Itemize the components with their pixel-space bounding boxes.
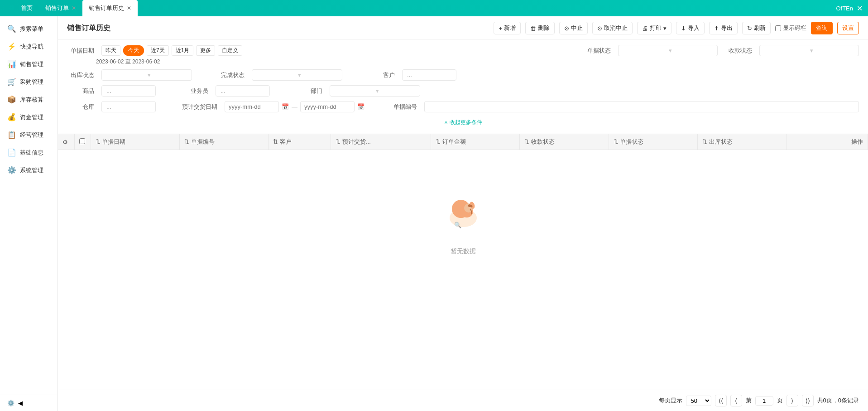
query-button[interactable]: 查询 — [811, 22, 833, 34]
sidebar-item-base-info[interactable]: 📄基础信息 — [0, 144, 58, 161]
col-order-status: ⇅ 单据状态 — [609, 134, 697, 150]
receipt-status-label: 收款状态 — [725, 47, 752, 55]
tab-sales-order-history[interactable]: 销售订单历史✕ — [82, 0, 138, 16]
select-all-checkbox[interactable] — [79, 138, 85, 144]
empty-state: 🔍 暂无数据 — [58, 150, 868, 292]
table-checkbox-col[interactable] — [74, 134, 91, 150]
sidebar-icon-base-info: 📄 — [7, 148, 16, 157]
tab-sales-order[interactable]: 销售订单✕ — [39, 0, 82, 16]
sidebar-items: 🔍搜索菜单⚡快捷导航📊销售管理🛒采购管理📦库存核算💰资金管理📋经营管理📄基础信息… — [0, 20, 58, 179]
warehouse-label: 仓库 — [67, 103, 94, 111]
close-window-icon[interactable]: ✕ — [857, 4, 863, 13]
col-order-status-label: ⇅ 单据状态 — [614, 138, 644, 145]
toolbar-btn-cancel-stop[interactable]: ⊙取消中止 — [592, 22, 633, 34]
svg-point-6 — [470, 205, 472, 208]
sidebar-bottom: ⚙️ ◀ — [0, 395, 58, 411]
settings-button[interactable]: 设置 — [837, 22, 859, 34]
sidebar-item-finance[interactable]: 💰资金管理 — [0, 108, 58, 126]
receipt-status-select[interactable]: ▾ — [759, 45, 859, 56]
sidebar-item-operations[interactable]: 📋经营管理 — [0, 126, 58, 144]
col-receipt-status-label: ⇅ 收款状态 — [524, 138, 555, 145]
toolbar-label-export: 导出 — [721, 24, 733, 32]
sales-person-input[interactable]: ... — [216, 85, 270, 97]
page-label: 第 — [746, 396, 752, 405]
date-label: 单据日期 — [67, 47, 94, 55]
col-delivery-label: ⇅ 预计交货... — [336, 138, 370, 145]
sidebar-item-purchase-mgmt[interactable]: 🛒采购管理 — [0, 73, 58, 91]
toolbar-btn-export[interactable]: ⬆导出 — [709, 22, 738, 34]
page-input[interactable] — [755, 396, 773, 406]
date-btn-today[interactable]: 今天 — [123, 45, 144, 56]
complete-status-select[interactable]: ▾ — [252, 69, 342, 81]
order-no-input[interactable] — [424, 101, 859, 112]
toolbar-icon-cancel-stop: ⊙ — [597, 25, 602, 32]
calendar-icon-to[interactable]: 📅 — [357, 103, 364, 110]
page-header: 销售订单历史 +新增🗑删除⊘中止⊙取消中止🖨打印 ▾⬇导入⬆导出↻刷新显示碍栏查… — [58, 16, 868, 39]
sidebar-item-quick-nav[interactable]: ⚡快捷导航 — [0, 38, 58, 55]
sidebar-icon-sys-mgmt: ⚙️ — [7, 166, 16, 174]
delivery-date-to[interactable] — [300, 101, 355, 112]
date-btn-more[interactable]: 更多 — [196, 45, 215, 56]
table-settings-col[interactable]: ⚙ — [58, 134, 74, 150]
table-settings-icon[interactable]: ⚙ — [62, 139, 68, 145]
order-status-select[interactable]: ▾ — [618, 45, 718, 56]
sidebar-item-search-menu[interactable]: 🔍搜索菜单 — [0, 20, 58, 38]
col-out-status-label: ⇅ 出库状态 — [702, 138, 733, 145]
toolbar-label-add: 新增 — [504, 24, 516, 32]
next-page-btn[interactable]: ⟩ — [786, 395, 798, 406]
date-btn-yesterday[interactable]: 昨天 — [101, 45, 120, 56]
toolbar-label-import: 导入 — [688, 24, 700, 32]
toolbar-btn-stop[interactable]: ⊘中止 — [559, 22, 588, 34]
toolbar-btn-add[interactable]: +新增 — [494, 22, 521, 34]
prev-page-btn[interactable]: ⟨ — [730, 395, 742, 406]
toolbar-label-refresh: 刷新 — [754, 24, 766, 32]
filter-row-1: 单据日期 昨天 今天 近7天 近1月 更多 自定义 单据状态 ▾ 收款状态 — [67, 45, 859, 56]
sidebar-label-finance: 资金管理 — [20, 113, 43, 121]
settings-label: 设置 — [842, 24, 854, 32]
calendar-icon-from[interactable]: 📅 — [282, 103, 289, 110]
sidebar-item-inventory[interactable]: 📦库存核算 — [0, 91, 58, 108]
delivery-date-from[interactable] — [225, 101, 279, 112]
toolbar-btn-delete[interactable]: 🗑删除 — [525, 22, 555, 34]
col-operation: 操作 — [786, 134, 868, 150]
display-columns-label: 显示碍栏 — [783, 24, 806, 32]
sidebar-item-sys-mgmt[interactable]: ⚙️系统管理 — [0, 161, 58, 179]
sidebar-icon-inventory: 📦 — [7, 95, 16, 104]
dropdown-arrow-print: ▾ — [663, 25, 667, 32]
data-table: ⚙ ⇅ 单据日期 ⇅ 单据编号 ⇅ 客户 ⇅ 预计交货... ⇅ 订单金额 ⇅ … — [58, 134, 868, 150]
sidebar-settings-icon[interactable]: ⚙️ — [7, 400, 14, 406]
complete-status-chevron: ▾ — [298, 72, 338, 78]
table-container: ⚙ ⇅ 单据日期 ⇅ 单据编号 ⇅ 客户 ⇅ 预计交货... ⇅ 订单金额 ⇅ … — [58, 134, 868, 390]
sidebar-icon-operations: 📋 — [7, 131, 16, 139]
toolbar-btn-print[interactable]: 🖨打印 ▾ — [637, 22, 671, 34]
warehouse-input[interactable]: ... — [101, 101, 156, 112]
last-page-btn[interactable]: ⟩⟩ — [802, 395, 814, 406]
first-page-btn[interactable]: ⟨⟨ — [715, 395, 727, 406]
collapse-btn[interactable]: ∧ 收起更多条件 — [67, 117, 859, 128]
sidebar-label-quick-nav: 快捷导航 — [20, 43, 43, 51]
col-receipt-status: ⇅ 收款状态 — [520, 134, 609, 150]
customer-input[interactable]: ... — [402, 69, 456, 81]
svg-text:🔍: 🔍 — [454, 221, 462, 229]
tab-close-sales-order[interactable]: ✕ — [72, 5, 76, 11]
date-btn-7days[interactable]: 近7天 — [147, 45, 169, 56]
toolbar-btn-import[interactable]: ⬇导入 — [676, 22, 705, 34]
filter-row-2: 出库状态 ▾ 完成状态 ▾ 客户 ... — [67, 69, 859, 81]
complete-status-label: 完成状态 — [217, 71, 245, 79]
product-input[interactable]: ... — [101, 85, 156, 97]
department-select[interactable]: ▾ — [330, 85, 420, 97]
page-size-select[interactable]: 50 10 20 100 — [686, 396, 711, 406]
toolbar-icon-delete: 🗑 — [530, 25, 536, 32]
sidebar-collapse-icon[interactable]: ◀ — [18, 400, 23, 406]
out-status-select[interactable]: ▾ — [101, 69, 192, 81]
display-columns-toggle[interactable]: 显示碍栏 — [775, 24, 806, 32]
date-btn-1month[interactable]: 近1月 — [172, 45, 194, 56]
col-delivery: ⇅ 预计交货... — [331, 134, 431, 150]
display-columns-checkbox[interactable] — [775, 25, 781, 31]
order-status-chevron: ▾ — [669, 47, 714, 54]
tab-home[interactable]: 首页 — [14, 0, 39, 16]
sidebar-item-sales-mgmt[interactable]: 📊销售管理 — [0, 55, 58, 73]
tab-close-sales-order-history[interactable]: ✕ — [127, 5, 131, 11]
toolbar-btn-refresh[interactable]: ↻刷新 — [742, 22, 771, 34]
date-btn-custom[interactable]: 自定义 — [218, 45, 242, 56]
